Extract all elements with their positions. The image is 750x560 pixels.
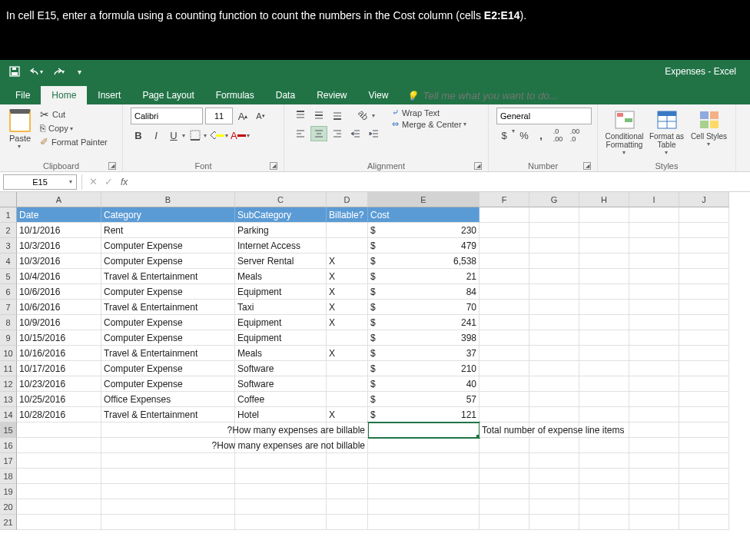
col-header-A[interactable]: A bbox=[17, 192, 101, 207]
cell-F2[interactable] bbox=[480, 223, 529, 238]
cell-G3[interactable] bbox=[529, 238, 579, 253]
cell-I9[interactable] bbox=[629, 330, 679, 346]
cell-I6[interactable] bbox=[629, 284, 679, 300]
cell-D17[interactable] bbox=[327, 453, 368, 469]
row-header-18[interactable]: 18 bbox=[0, 469, 17, 484]
cell-A14[interactable]: 10/28/2016 bbox=[17, 407, 101, 422]
cell-E5[interactable]: $21 bbox=[368, 269, 480, 284]
col-header-G[interactable]: G bbox=[529, 192, 579, 207]
cell-J3[interactable] bbox=[679, 238, 729, 253]
cell-E8[interactable]: $241 bbox=[368, 315, 480, 330]
cell-C10[interactable]: Meals bbox=[235, 346, 327, 361]
bold-button[interactable]: B bbox=[131, 128, 146, 143]
cell-F10[interactable] bbox=[480, 346, 529, 361]
decrease-decimal-button[interactable]: .00.0 bbox=[567, 128, 582, 143]
cell-H3[interactable] bbox=[579, 238, 629, 253]
cell-I12[interactable] bbox=[629, 376, 679, 392]
tab-file[interactable]: File bbox=[5, 86, 41, 104]
cell-J17[interactable] bbox=[679, 453, 729, 469]
cell-D4[interactable]: X bbox=[327, 253, 368, 269]
cell-I14[interactable] bbox=[629, 407, 679, 422]
cell-B19[interactable] bbox=[101, 484, 235, 499]
cell-A2[interactable]: 10/1/2016 bbox=[17, 223, 101, 238]
cell-C3[interactable]: Internet Access bbox=[235, 238, 327, 253]
cell-B21[interactable] bbox=[101, 515, 235, 530]
cell-C19[interactable] bbox=[235, 484, 327, 499]
row-header-6[interactable]: 6 bbox=[0, 284, 17, 300]
col-header-J[interactable]: J bbox=[679, 192, 729, 207]
cell-E3[interactable]: $479 bbox=[368, 238, 480, 253]
align-left-button[interactable] bbox=[292, 126, 309, 141]
cell-F5[interactable] bbox=[480, 269, 529, 284]
number-format-select[interactable] bbox=[496, 108, 592, 124]
formula-input[interactable] bbox=[132, 174, 750, 190]
cell-H9[interactable] bbox=[579, 330, 629, 346]
spreadsheet-grid[interactable]: ABCDEFGHIJ1DateCategorySubCategoryBillab… bbox=[0, 192, 750, 530]
cell-G13[interactable] bbox=[529, 392, 579, 407]
cell-C17[interactable] bbox=[235, 453, 327, 469]
cell-G19[interactable] bbox=[529, 484, 579, 499]
row-header-15[interactable]: 15 bbox=[0, 422, 17, 438]
row-header-2[interactable]: 2 bbox=[0, 223, 17, 238]
row-header-13[interactable]: 13 bbox=[0, 392, 17, 407]
cell-I5[interactable] bbox=[629, 269, 679, 284]
row-header-7[interactable]: 7 bbox=[0, 300, 17, 315]
cell-F19[interactable] bbox=[480, 484, 529, 499]
cell-J13[interactable] bbox=[679, 392, 729, 407]
undo-button[interactable]: ▾ bbox=[28, 63, 45, 80]
row-header-10[interactable]: 10 bbox=[0, 346, 17, 361]
cell-H8[interactable] bbox=[579, 315, 629, 330]
cell-A15[interactable] bbox=[17, 422, 101, 438]
cell-C8[interactable]: Equipment bbox=[235, 315, 327, 330]
cell-H2[interactable] bbox=[579, 223, 629, 238]
paste-button[interactable]: Paste ▾ bbox=[5, 106, 35, 150]
conditional-formatting-button[interactable]: Conditional Formatting▾ bbox=[604, 108, 645, 156]
cell-H4[interactable] bbox=[579, 253, 629, 269]
cell-A5[interactable]: 10/4/2016 bbox=[17, 269, 101, 284]
cell-I1[interactable] bbox=[629, 207, 679, 223]
format-as-table-button[interactable]: Format as Table▾ bbox=[646, 108, 687, 156]
cell-A4[interactable]: 10/3/2016 bbox=[17, 253, 101, 269]
font-launcher[interactable]: ◢ bbox=[270, 162, 277, 170]
cell-J9[interactable] bbox=[679, 330, 729, 346]
cell-I21[interactable] bbox=[629, 515, 679, 530]
cell-D2[interactable] bbox=[327, 223, 368, 238]
increase-decimal-button[interactable]: .0.00 bbox=[550, 128, 566, 143]
cell-E19[interactable] bbox=[368, 484, 480, 499]
row-header-16[interactable]: 16 bbox=[0, 438, 17, 453]
cell-I13[interactable] bbox=[629, 392, 679, 407]
cell-H10[interactable] bbox=[579, 346, 629, 361]
alignment-launcher[interactable]: ◢ bbox=[474, 162, 482, 170]
cell-D18[interactable] bbox=[327, 469, 368, 484]
cell-F20[interactable] bbox=[480, 499, 529, 515]
format-painter-button[interactable]: ✐Format Painter bbox=[38, 135, 109, 148]
cell-E20[interactable] bbox=[368, 499, 480, 515]
cell-B5[interactable]: Travel & Entertainment bbox=[101, 269, 235, 284]
cell-F7[interactable] bbox=[480, 300, 529, 315]
cell-D5[interactable]: X bbox=[327, 269, 368, 284]
cell-H11[interactable] bbox=[579, 361, 629, 376]
cell-B13[interactable]: Office Expenses bbox=[101, 392, 235, 407]
table-header-date[interactable]: Date bbox=[17, 207, 101, 223]
increase-font-button[interactable]: A▴ bbox=[235, 108, 251, 124]
cell-C6[interactable]: Equipment bbox=[235, 284, 327, 300]
cell-J10[interactable] bbox=[679, 346, 729, 361]
cell-B9[interactable]: Computer Expense bbox=[101, 330, 235, 346]
tab-home[interactable]: Home bbox=[41, 86, 87, 104]
cell-H5[interactable] bbox=[579, 269, 629, 284]
cell-E7[interactable]: $70 bbox=[368, 300, 480, 315]
cell-B6[interactable]: Computer Expense bbox=[101, 284, 235, 300]
cell-A17[interactable] bbox=[17, 453, 101, 469]
cell-B14[interactable]: Travel & Entertainment bbox=[101, 407, 235, 422]
cell-C12[interactable]: Software bbox=[235, 376, 327, 392]
col-header-H[interactable]: H bbox=[579, 192, 629, 207]
cell-H18[interactable] bbox=[579, 469, 629, 484]
cell-E13[interactable]: $57 bbox=[368, 392, 480, 407]
cell-E6[interactable]: $84 bbox=[368, 284, 480, 300]
cell-J11[interactable] bbox=[679, 361, 729, 376]
tab-insert[interactable]: Insert bbox=[87, 86, 131, 104]
cell-C14[interactable]: Hotel bbox=[235, 407, 327, 422]
table-header-billable[interactable]: Billable? bbox=[327, 207, 368, 223]
cell-J20[interactable] bbox=[679, 499, 729, 515]
cell-C11[interactable]: Software bbox=[235, 361, 327, 376]
